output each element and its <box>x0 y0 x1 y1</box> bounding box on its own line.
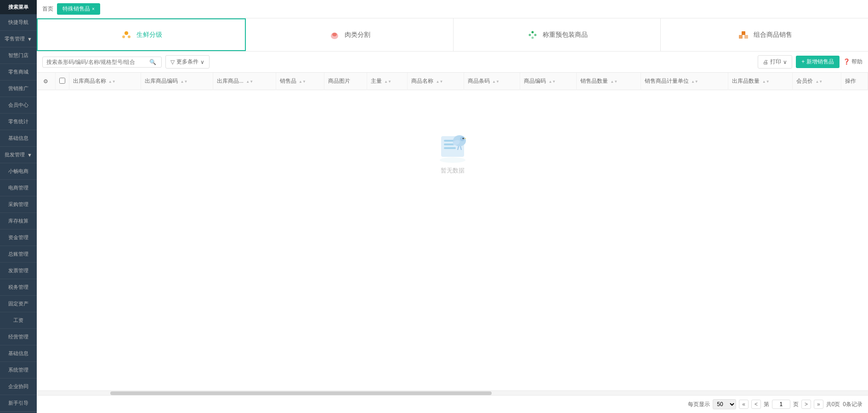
filter-button[interactable]: ▽ 更多条件 ∨ <box>165 55 210 69</box>
sort-icon[interactable]: ▲▼ <box>299 80 306 84</box>
tab-meat-cut[interactable]: 肉类分割 <box>246 18 454 51</box>
per-page-select[interactable]: 50 10 20 100 <box>713 399 736 409</box>
sidebar-item-quick-nav[interactable]: 快捷导航 <box>0 14 37 31</box>
sidebar-item-system-mgmt[interactable]: 系统管理 <box>0 362 37 379</box>
tab-fresh-grade[interactable]: 生鲜分级 <box>37 18 246 51</box>
pagination: 每页显示 50 10 20 100 « < 第 页 > » 共0页 0条记录 <box>37 395 868 413</box>
sidebar-item-fixed-assets[interactable]: 固定资产 <box>0 296 37 312</box>
sidebar-item-retail-mgmt[interactable]: 零售管理 ▼ <box>0 31 37 47</box>
sidebar-item-label: 税务管理 <box>8 284 28 291</box>
sidebar-item-tax-mgmt[interactable]: 税务管理 <box>0 279 37 296</box>
column-product-barcode[interactable]: 商品条码 ▲▼ <box>464 73 520 90</box>
home-link[interactable]: 首页 <box>42 5 53 13</box>
svg-point-5 <box>528 34 531 36</box>
active-tab[interactable]: 特殊销售品 × <box>57 3 100 15</box>
close-tab-button[interactable]: × <box>92 6 95 11</box>
sidebar-item-smart-store[interactable]: 智慧门店 <box>0 47 37 64</box>
help-button[interactable]: ❓ 帮助 <box>843 58 862 66</box>
sidebar-item-capital-mgmt[interactable]: 资金管理 <box>0 229 37 246</box>
page-input[interactable] <box>772 400 790 409</box>
sort-icon[interactable]: ▲▼ <box>549 80 556 84</box>
help-icon: ❓ <box>843 58 850 65</box>
print-button[interactable]: 🖨 打印 ∨ <box>758 55 792 69</box>
tab-label: 组合商品销售 <box>754 31 792 39</box>
column-label: 商品条码 <box>468 78 490 84</box>
sort-icon[interactable]: ▲▼ <box>815 80 823 84</box>
column-sales-qty[interactable]: 销售品数量 ▲▼ <box>576 73 641 90</box>
sort-icon[interactable]: ▲▼ <box>108 80 116 84</box>
sidebar-item-general-ledger[interactable]: 总账管理 <box>0 246 37 263</box>
sidebar-item-label: 基础信息 <box>8 350 28 357</box>
chevron-down-icon: ▼ <box>27 152 32 158</box>
weigh-pack-icon <box>526 29 539 41</box>
next-page-button[interactable]: > <box>801 400 811 409</box>
sidebar-item-retail-stats[interactable]: 零售统计 <box>0 114 37 130</box>
sidebar-item-member-center[interactable]: 会员中心 <box>0 97 37 114</box>
sort-icon[interactable]: ▲▼ <box>436 80 443 84</box>
last-page-button[interactable]: » <box>814 400 823 409</box>
column-product-code[interactable]: 商品编码 ▲▼ <box>520 73 577 90</box>
page-unit: 页 <box>793 401 799 408</box>
sidebar-item-marketing[interactable]: 营销推广 <box>0 80 37 97</box>
column-label: 出库品数量 <box>732 78 760 84</box>
sidebar-item-label: 会员中心 <box>8 102 28 109</box>
tab-weigh-pack[interactable]: 称重预包装商品 <box>454 18 661 51</box>
column-sales-unit[interactable]: 销售商品计量单位 ▲▼ <box>641 73 728 90</box>
tab-combo-sales[interactable]: 组合商品销售 <box>661 18 868 51</box>
sidebar-item-company-agreement[interactable]: 企业协同 <box>0 379 37 395</box>
sort-icon[interactable]: ▲▼ <box>384 80 391 84</box>
column-out-product-name[interactable]: 出库商品名称 ▲▼ <box>69 73 141 90</box>
scrollbar-thumb[interactable] <box>110 391 492 395</box>
main-area: 首页 特殊销售品 × 生鲜分级 肉类分割 <box>37 0 868 413</box>
search-input[interactable] <box>46 59 148 65</box>
select-all-checkbox[interactable] <box>59 78 65 84</box>
sidebar-item-wholesale-mgmt[interactable]: 批发管理 ▼ <box>0 147 37 163</box>
column-member-price[interactable]: 会员价 ▲▼ <box>793 73 841 90</box>
sidebar-item-purchase-mgmt[interactable]: 采购管理 <box>0 196 37 213</box>
sort-icon[interactable]: ▲▼ <box>762 80 770 84</box>
column-settings[interactable]: ⚙ <box>37 73 55 90</box>
sort-icon[interactable]: ▲▼ <box>181 80 188 84</box>
sidebar-item-beginner-guide[interactable]: 新手引导 <box>0 395 37 412</box>
horizontal-scrollbar[interactable] <box>37 390 868 395</box>
column-out-product-extra[interactable]: 出库商品... ▲▼ <box>213 73 276 90</box>
chevron-down-icon: ▼ <box>27 36 32 42</box>
sidebar-item-inventory[interactable]: 库存核算 <box>0 213 37 229</box>
svg-rect-9 <box>739 35 743 39</box>
search-icon[interactable]: 🔍 <box>149 59 156 65</box>
prev-page-button[interactable]: < <box>751 400 761 409</box>
column-out-product-code[interactable]: 出库商品编码 ▲▼ <box>141 73 213 90</box>
column-out-qty[interactable]: 出库品数量 ▲▼ <box>728 73 793 90</box>
column-sales-product[interactable]: 销售品 ▲▼ <box>276 73 324 90</box>
sidebar-item-basic-info[interactable]: 基础信息 <box>0 130 37 147</box>
sort-icon[interactable]: ▲▼ <box>492 80 499 84</box>
sidebar-logo[interactable]: 搜索菜单 <box>0 0 37 14</box>
sidebar-item-retail-mall[interactable]: 零售商城 <box>0 64 37 80</box>
add-label: + 新增销售品 <box>801 58 834 66</box>
sidebar-item-label: 新手引导 <box>8 400 28 407</box>
sidebar-item-ecom-mgmt[interactable]: 电商管理 <box>0 180 37 196</box>
column-label: 出库商品... <box>217 78 244 84</box>
sidebar-item-mini-ecom[interactable]: 小畅电商 <box>0 163 37 180</box>
search-box[interactable]: 🔍 <box>42 57 162 68</box>
add-sales-product-button[interactable]: + 新增销售品 <box>796 56 839 68</box>
sidebar-item-label: 发票管理 <box>8 267 28 274</box>
sidebar-item-salary[interactable]: 工资 <box>0 312 37 329</box>
column-product-name[interactable]: 商品名称 ▲▼ <box>408 73 464 90</box>
help-label: 帮助 <box>851 58 862 65</box>
sort-icon[interactable]: ▲▼ <box>691 80 698 84</box>
sidebar-item-basic-info2[interactable]: 基础信息 <box>0 345 37 362</box>
column-main-weight[interactable]: 主量 ▲▼ <box>367 73 407 90</box>
column-checkbox[interactable] <box>55 73 69 90</box>
data-table: ⚙ 出库商品名称 ▲▼ 出库商品编码 ▲▼ <box>37 73 868 90</box>
sort-icon[interactable]: ▲▼ <box>246 80 253 84</box>
sort-icon[interactable]: ▲▼ <box>610 80 618 84</box>
svg-point-19 <box>462 138 464 139</box>
svg-point-12 <box>440 157 465 163</box>
svg-rect-16 <box>444 147 456 149</box>
sidebar-item-ops-mgmt[interactable]: 经营管理 <box>0 329 37 345</box>
sidebar-item-invoice-mgmt[interactable]: 发票管理 <box>0 263 37 279</box>
sidebar-item-label: 总账管理 <box>8 251 28 258</box>
first-page-button[interactable]: « <box>739 400 749 409</box>
svg-point-18 <box>460 137 465 141</box>
